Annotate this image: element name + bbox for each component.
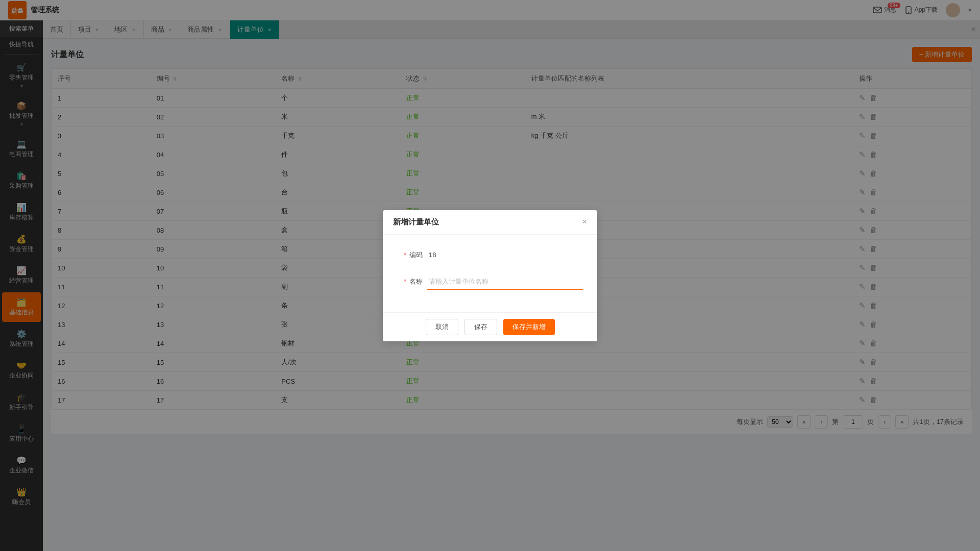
modal-overlay: 新增计量单位 × * 编码 * 名称 取消 保存 保存并新增	[0, 0, 980, 551]
code-required: *	[404, 251, 406, 259]
name-input[interactable]	[427, 273, 583, 290]
save-and-new-button[interactable]: 保存并新增	[503, 319, 555, 335]
save-button[interactable]: 保存	[464, 319, 497, 335]
code-input[interactable]	[427, 247, 583, 263]
modal-close-btn[interactable]: ×	[582, 217, 587, 227]
modal-body: * 编码 * 名称	[383, 235, 597, 312]
name-required: *	[404, 278, 406, 285]
modal-title: 新增计量单位	[393, 217, 439, 227]
code-label: * 编码	[397, 251, 423, 260]
form-row-name: * 名称	[397, 273, 583, 290]
form-row-code: * 编码	[397, 247, 583, 263]
modal-footer: 取消 保存 保存并新增	[383, 312, 597, 341]
modal-header: 新增计量单位 ×	[383, 210, 597, 235]
name-label: * 名称	[397, 277, 423, 286]
add-unit-modal: 新增计量单位 × * 编码 * 名称 取消 保存 保存并新增	[383, 210, 597, 341]
cancel-button[interactable]: 取消	[426, 319, 458, 335]
